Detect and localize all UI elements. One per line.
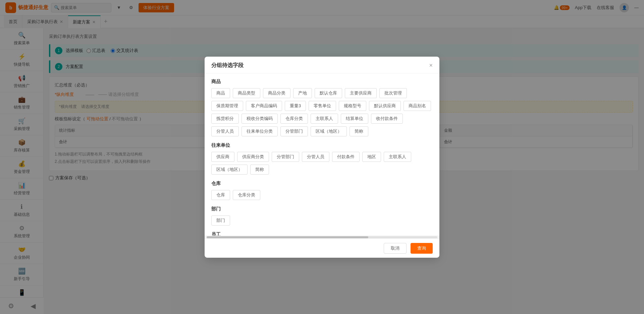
field-tag-partner-manager[interactable]: 分管人员 [302,152,329,162]
field-tag-spec-model[interactable]: 规格型号 [339,101,366,111]
field-tags-partner: 供应商 供应商分类 分管部门 分管人员 付款条件 地区 主联系人 区域（地区） … [211,152,433,175]
field-tag-retail-unit[interactable]: 零售单位 [309,101,336,111]
field-group-product-title: 商品 [211,79,433,85]
field-tags-department: 部门 [211,215,433,226]
field-tag-warehouse-cat[interactable]: 仓库分类 [233,190,260,200]
field-group-partner: 往来单位 供应商 供应商分类 分管部门 分管人员 付款条件 地区 主联系人 区域… [211,142,433,175]
field-tag-tax-code[interactable]: 税收分类编码 [241,114,278,124]
modal-body: 商品 商品 商品类型 商品分类 产地 默认仓库 主要供应商 批次管理 保质期管理… [205,73,439,236]
field-tag-product[interactable]: 商品 [211,88,230,98]
field-group-department: 部门 部门 [211,206,433,226]
modal-select-field: 分组待选字段 × 商品 商品 商品类型 商品分类 产地 默认仓库 主要供应商 批… [205,57,439,258]
modal-footer: 取消 查询 [205,239,439,258]
modal-close-btn[interactable]: × [429,62,433,68]
hscroll-thumb [207,236,368,238]
hscroll-track[interactable] [207,236,437,238]
field-group-employee-title: 员工 [211,232,433,236]
field-tag-transaction-category[interactable]: 往来单位分类 [241,126,278,136]
field-tag-pick-points[interactable]: 拣货积分 [211,114,239,124]
field-tag-warehouse-category[interactable]: 仓库分类 [280,114,308,124]
field-tag-department[interactable]: 部门 [211,215,230,226]
field-tag-partner-contact[interactable]: 主联系人 [384,152,411,162]
field-group-product: 商品 商品 商品类型 商品分类 产地 默认仓库 主要供应商 批次管理 保质期管理… [211,79,433,136]
field-tag-customer-code[interactable]: 客户商品编码 [246,101,282,111]
field-tag-payment-terms[interactable]: 收付款条件 [371,114,403,124]
field-tag-expiry-mgmt[interactable]: 保质期管理 [211,101,243,111]
field-tag-origin[interactable]: 产地 [293,88,312,98]
modal-title: 分组待选字段 [211,62,244,69]
field-group-employee: 员工 业务员 [211,232,433,236]
field-tag-product-type[interactable]: 商品类型 [233,88,260,98]
field-tag-partner-abbr[interactable]: 简称 [250,165,269,175]
modal-hscroll [205,236,439,239]
field-tags-warehouse: 仓库 仓库分类 [211,190,433,200]
field-tag-default-supplier[interactable]: 默认供应商 [369,101,401,111]
field-tag-product-category[interactable]: 商品分类 [263,88,290,98]
field-tag-partner-region[interactable]: 区域（地区） [211,165,248,175]
field-tag-manager[interactable]: 分管人员 [211,126,239,136]
field-group-department-title: 部门 [211,206,433,212]
field-tag-default-warehouse[interactable]: 默认仓库 [315,88,342,98]
field-tag-supplier[interactable]: 供应商 [211,152,234,162]
field-tag-payment-condition[interactable]: 付款条件 [332,152,360,162]
field-tag-warehouse[interactable]: 仓库 [211,190,230,200]
field-tag-batch-mgmt[interactable]: 批次管理 [379,88,407,98]
field-tag-dept[interactable]: 分管部门 [280,126,308,136]
field-group-partner-title: 往来单位 [211,142,433,148]
modal-header: 分组待选字段 × [205,57,439,73]
confirm-button[interactable]: 查询 [411,243,433,254]
field-group-warehouse: 仓库 仓库 仓库分类 [211,181,433,200]
field-tag-region[interactable]: 区域（地区） [311,126,347,136]
field-tag-main-supplier[interactable]: 主要供应商 [345,88,377,98]
field-tag-abbr[interactable]: 简称 [350,126,368,136]
field-tag-supplier-category[interactable]: 供应商分类 [237,152,269,162]
field-tags-product: 商品 商品类型 商品分类 产地 默认仓库 主要供应商 批次管理 保质期管理 客户… [211,88,433,136]
field-tag-area[interactable]: 地区 [362,152,381,162]
cancel-button[interactable]: 取消 [384,243,407,254]
field-tag-settlement-unit[interactable]: 结算单位 [341,114,368,124]
field-tag-partner-dept[interactable]: 分管部门 [272,152,299,162]
field-tag-product-alias[interactable]: 商品别名 [404,101,431,111]
field-tag-main-contact[interactable]: 主联系人 [311,114,338,124]
field-tag-weight3[interactable]: 重量3 [285,101,306,111]
field-group-warehouse-title: 仓库 [211,181,433,187]
